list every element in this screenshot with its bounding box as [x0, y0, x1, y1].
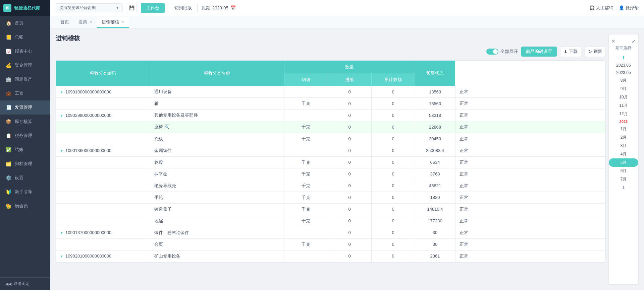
- search-icon[interactable]: 🔍: [164, 124, 170, 130]
- td-name: 合页: [150, 238, 284, 250]
- expand-icon[interactable]: ▼: [60, 255, 63, 258]
- refresh-button[interactable]: ↻ 刷新: [585, 46, 606, 57]
- period-item[interactable]: 2023.05: [609, 69, 638, 76]
- td-sales: 0: [328, 180, 371, 192]
- period-item[interactable]: 5月: [609, 158, 638, 167]
- td-status: 正常: [455, 250, 605, 262]
- sidebar-item-guide[interactable]: 🔰 新手引导: [0, 185, 50, 199]
- expand-icon[interactable]: ▼: [60, 149, 63, 153]
- td-name: 手轮: [150, 192, 284, 203]
- product-code-button[interactable]: 商品编码设置: [521, 47, 557, 57]
- main-area: 沈海英测试经营勿删 ▼ 💾 工作台 切到旧版 账期 2023-05 📅 🎧 人工…: [50, 0, 644, 290]
- sidebar-item-member[interactable]: 👑 畅会员: [0, 199, 50, 213]
- period-item[interactable]: 2023.05: [609, 62, 638, 69]
- workbench-button[interactable]: 工作台: [141, 3, 165, 13]
- content-main: 进销稽核 全部展开 商品编码设置 ⬇ 下载 ↻ 刷新: [56, 34, 606, 285]
- td-cumulative: 30: [415, 238, 455, 250]
- td-code: [56, 215, 150, 227]
- tabbar: 首页 发票 ✕ 进销稽核 ✕: [50, 16, 644, 29]
- td-name: 金属铸件: [150, 145, 284, 156]
- period-list: 2023.052023.058月9月10月11月12月20231月2月3月4月5…: [609, 62, 638, 184]
- td-purchase: 0: [371, 145, 415, 156]
- period-item[interactable]: 10月: [609, 93, 638, 101]
- save-icon-btn[interactable]: 💾: [127, 3, 137, 13]
- sidebar: 账 畅捷通易代账 🏠 首页 📒 总账 📈 报表中心 💰 资金管理 🏢 固定资产 …: [0, 0, 50, 290]
- td-purchase: 0: [371, 203, 415, 215]
- sidebar-item-inventory[interactable]: 📦 库存核算: [0, 115, 50, 129]
- tab-home[interactable]: 首页: [56, 17, 74, 28]
- period-item[interactable]: 7月: [609, 175, 638, 184]
- period-item[interactable]: 8月: [609, 76, 638, 85]
- period-item[interactable]: 9月: [609, 85, 638, 93]
- td-unit: [284, 86, 328, 98]
- calendar-icon[interactable]: 📅: [230, 5, 236, 10]
- company-selector[interactable]: 沈海英测试经营勿删 ▼: [56, 3, 123, 12]
- cancel-fixed-btn[interactable]: ◀◀ 取消固定: [0, 277, 50, 290]
- sidebar-item-settlement[interactable]: ✅ 结账: [0, 143, 50, 157]
- period-item[interactable]: 4月: [609, 150, 638, 158]
- page-title: 进销稽核: [56, 34, 606, 42]
- switch-old-button[interactable]: 切到旧版: [169, 3, 198, 13]
- user-button[interactable]: 👤 徐泽华: [619, 5, 639, 11]
- tab-reconciliation-close[interactable]: ✕: [121, 20, 124, 24]
- td-name: 地漏: [150, 215, 284, 227]
- sidebar-item-reports[interactable]: 📈 报表中心: [0, 44, 50, 58]
- tab-reconciliation[interactable]: 进销稽核 ✕: [97, 17, 129, 28]
- sidebar-item-invoices[interactable]: 🧾 发票管理: [0, 100, 50, 115]
- tab-invoices-close[interactable]: ✕: [89, 20, 92, 24]
- td-unit: 千克: [284, 156, 328, 168]
- td-status: 正常: [455, 145, 605, 156]
- sidebar-item-payroll[interactable]: 💼 工资: [0, 86, 50, 100]
- panel-close-icon[interactable]: ✕: [611, 39, 615, 44]
- sidebar-label-guide: 新手引导: [15, 189, 32, 195]
- sidebar-item-archive[interactable]: 🗂️ 归档管理: [0, 157, 50, 171]
- toggle-switch[interactable]: [486, 49, 498, 55]
- sidebar-item-assets[interactable]: 🏢 固定资产: [0, 72, 50, 86]
- td-unit: 千克: [284, 238, 328, 250]
- td-cumulative: 30450: [415, 133, 455, 145]
- sidebar-item-ledger[interactable]: 📒 总账: [0, 30, 50, 44]
- period-item[interactable]: 6月: [609, 167, 638, 175]
- td-status: 正常: [455, 121, 605, 133]
- download-button[interactable]: ⬇ 下载: [560, 46, 581, 57]
- td-cumulative: 250083.4: [415, 145, 455, 156]
- service-button[interactable]: 🎧 人工咨询: [589, 5, 613, 11]
- sidebar-item-settings[interactable]: ⚙️ 设置: [0, 171, 50, 185]
- td-unit: 千克: [284, 121, 328, 133]
- sidebar-item-tax[interactable]: 📋 税务管理: [0, 129, 50, 143]
- toggle-all-control[interactable]: 全部展开: [486, 49, 518, 55]
- sidebar-label-funds: 资金管理: [15, 62, 32, 68]
- period-item[interactable]: 2月: [609, 133, 638, 142]
- td-status: 正常: [455, 215, 605, 227]
- period-item[interactable]: 2023: [609, 118, 638, 125]
- period-item[interactable]: 1月: [609, 125, 638, 133]
- tab-invoices[interactable]: 发票 ✕: [74, 17, 97, 28]
- td-purchase: 0: [371, 86, 415, 98]
- expand-icon[interactable]: ▼: [60, 114, 63, 118]
- expand-icon[interactable]: ▼: [60, 231, 63, 235]
- panel-scroll-down[interactable]: ⬇: [620, 184, 627, 192]
- sidebar-label-home: 首页: [15, 20, 23, 26]
- td-status: 正常: [455, 110, 605, 121]
- topbar-right: 🎧 人工咨询 👤 徐泽华: [589, 5, 639, 11]
- period-item[interactable]: 12月: [609, 110, 638, 118]
- th-purchase-in: 进项: [328, 73, 371, 86]
- panel-scroll-up[interactable]: ⬆: [620, 54, 627, 62]
- sidebar-item-funds[interactable]: 💰 资金管理: [0, 58, 50, 72]
- period-item[interactable]: 3月: [609, 142, 638, 150]
- sidebar-item-home[interactable]: 🏠 首页: [0, 16, 50, 30]
- sidebar-label-ledger: 总账: [15, 34, 23, 40]
- archive-icon: 🗂️: [5, 161, 11, 167]
- td-cumulative: 13560: [415, 86, 455, 98]
- app-logo: 账 畅捷通易代账: [0, 0, 50, 16]
- expand-icon[interactable]: ▼: [60, 90, 63, 94]
- td-cumulative: 45821: [415, 180, 455, 192]
- period-item[interactable]: 11月: [609, 101, 638, 110]
- sidebar-label-inventory: 库存核算: [15, 119, 32, 125]
- td-sales: 0: [328, 192, 371, 203]
- td-sales: 0: [328, 86, 371, 98]
- td-unit: [284, 227, 328, 238]
- td-code: ▼1090136000000000000: [56, 145, 150, 156]
- toggle-all-label: 全部展开: [500, 49, 518, 55]
- panel-expand-icon[interactable]: ⤢: [632, 39, 636, 44]
